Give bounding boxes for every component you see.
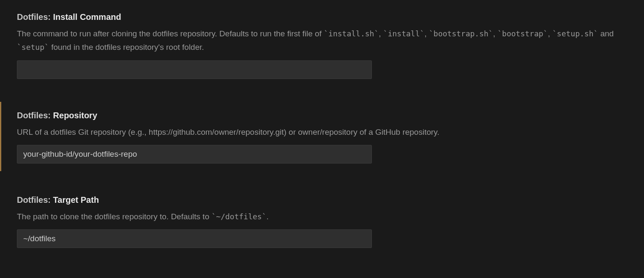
setting-install-command: Dotfiles: Install Command The command to…: [0, 3, 644, 87]
install-command-input[interactable]: [17, 60, 372, 79]
setting-name-label: Target Path: [53, 195, 99, 204]
setting-title: Dotfiles: Target Path: [17, 194, 627, 206]
setting-name-label: Install Command: [53, 12, 121, 22]
repository-input[interactable]: [17, 145, 372, 164]
target-path-input[interactable]: [17, 229, 372, 248]
setting-name-label: Repository: [53, 111, 97, 120]
setting-target-path: Dotfiles: Target Path The path to clone …: [0, 186, 644, 256]
setting-description: URL of a dotfiles Git repository (e.g., …: [17, 125, 627, 139]
setting-title: Dotfiles: Install Command: [17, 11, 627, 23]
setting-description: The command to run after cloning the dot…: [17, 27, 627, 55]
setting-category-label: Dotfiles:: [17, 111, 51, 120]
setting-category-label: Dotfiles:: [17, 12, 51, 22]
setting-description: The path to clone the dotfiles repositor…: [17, 210, 627, 223]
setting-repository: Dotfiles: Repository URL of a dotfiles G…: [0, 102, 644, 171]
setting-category-label: Dotfiles:: [17, 195, 51, 204]
setting-title: Dotfiles: Repository: [17, 109, 627, 121]
